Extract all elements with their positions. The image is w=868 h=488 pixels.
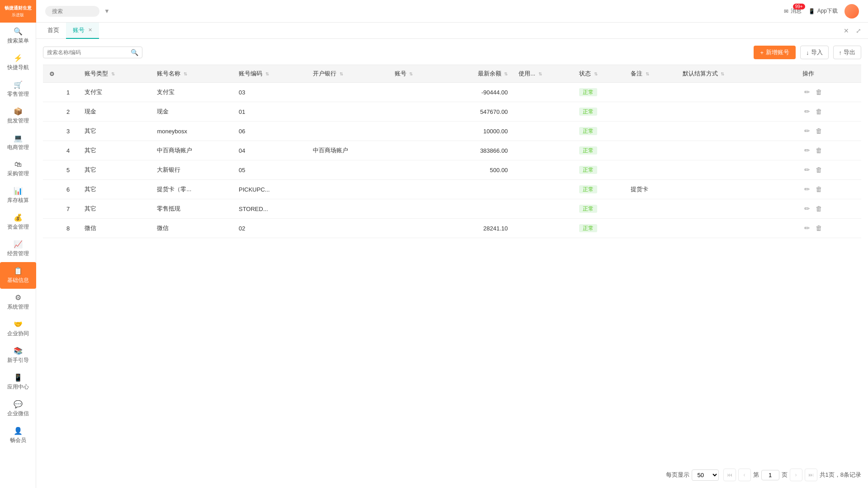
sidebar-item-shortcut[interactable]: ⚡ 快捷导航	[0, 49, 36, 76]
sidebar-item-search[interactable]: 🔍 搜索菜单	[0, 23, 36, 49]
user-avatar[interactable]	[844, 4, 859, 19]
row-payment	[677, 83, 797, 102]
sidebar-item-inventory[interactable]: 📊 库存核算	[0, 182, 36, 209]
sidebar-item-appcenter[interactable]: 📱 应用中心	[0, 369, 36, 395]
status-column-header[interactable]: 状态 ⇅	[574, 65, 625, 83]
sidebar-item-enterprise[interactable]: 🤝 企业协同	[0, 315, 36, 342]
row-type: 微信	[79, 219, 151, 238]
edit-button[interactable]: ✏	[802, 184, 812, 194]
row-remark	[625, 199, 677, 219]
delete-button[interactable]: 🗑	[814, 87, 824, 97]
row-type: 其它	[79, 122, 151, 141]
delete-button[interactable]: 🗑	[814, 126, 824, 136]
delete-button[interactable]: 🗑	[814, 204, 824, 213]
page-number-input[interactable]	[761, 470, 779, 480]
import-button[interactable]: ↓ 导入	[800, 46, 829, 59]
code-column-header[interactable]: 账号编码 ⇅	[233, 65, 307, 83]
tab-home[interactable]: 首页	[41, 23, 66, 39]
tab-account[interactable]: 账号 ✕	[66, 23, 99, 39]
tab-close-icon[interactable]: ✕	[88, 27, 92, 33]
edit-button[interactable]: ✏	[802, 204, 812, 214]
message-badge: 99+	[793, 4, 805, 9]
next-page-button[interactable]: ›	[790, 469, 802, 481]
sidebar-item-basic[interactable]: 📋 基础信息	[0, 262, 36, 289]
per-page-select[interactable]: 50 100 200	[692, 469, 719, 481]
last-page-button[interactable]: ⏭	[805, 469, 817, 481]
export-button[interactable]: ↑ 导出	[833, 46, 862, 59]
row-bank	[307, 180, 389, 199]
row-account-no	[389, 199, 441, 219]
row-remark	[625, 83, 677, 102]
delete-button[interactable]: 🗑	[814, 184, 824, 194]
bank-column-header[interactable]: 开户银行 ⇅	[307, 65, 389, 83]
delete-button[interactable]: 🗑	[814, 145, 824, 155]
row-settings-cell	[43, 219, 61, 238]
first-page-button[interactable]: ⏮	[723, 469, 736, 481]
sidebar-item-operations[interactable]: 📈 经营管理	[0, 235, 36, 262]
toolbar-right: + 新增账号 ↓ 导入 ↑ 导出	[754, 46, 861, 59]
tab-maximize-button[interactable]: ⤢	[854, 26, 863, 36]
sidebar-item-label: 基础信息	[7, 277, 29, 284]
remark-column-header[interactable]: 备注 ⇅	[625, 65, 677, 83]
topbar-search-input[interactable]	[45, 6, 99, 17]
messages-button[interactable]: ✉ 消息 99+	[784, 7, 802, 15]
row-index: 5	[61, 160, 79, 180]
add-account-button[interactable]: + 新增账号	[754, 46, 796, 59]
topbar: ▼ ✉ 消息 99+ 📱 App下载	[36, 0, 868, 23]
row-balance	[441, 180, 513, 199]
account-search-input[interactable]	[47, 49, 128, 56]
status-sort-icon: ⇅	[594, 71, 598, 76]
row-code: 01	[233, 102, 307, 122]
tab-close-button[interactable]: ✕	[841, 26, 851, 36]
delete-button[interactable]: 🗑	[814, 107, 824, 116]
prev-page-button[interactable]: ‹	[738, 469, 751, 481]
edit-button[interactable]: ✏	[802, 165, 812, 175]
delete-button[interactable]: 🗑	[814, 165, 824, 174]
sidebar-item-wechat[interactable]: 💬 企业微信	[0, 395, 36, 422]
balance-column-header[interactable]: 最新余额 ⇅	[441, 65, 513, 83]
sidebar-item-purchase[interactable]: 🛍 采购管理	[0, 156, 36, 182]
row-type: 现金	[79, 102, 151, 122]
account-no-column-header[interactable]: 账号 ⇅	[389, 65, 441, 83]
shortcut-icon: ⚡	[14, 54, 23, 62]
row-account-no	[389, 122, 441, 141]
sidebar-item-guide[interactable]: 📚 新手引导	[0, 342, 36, 369]
row-code: 05	[233, 160, 307, 180]
row-account-no	[389, 160, 441, 180]
edit-button[interactable]: ✏	[802, 126, 812, 136]
name-sort-icon: ⇅	[184, 71, 187, 76]
usage-column-header[interactable]: 使用... ⇅	[513, 65, 574, 83]
row-account-no	[389, 83, 441, 102]
settings-column-header[interactable]: ⚙	[43, 65, 61, 83]
account-no-sort-icon: ⇅	[409, 71, 413, 76]
edit-button[interactable]: ✏	[802, 107, 812, 117]
row-actions: ✏ 🗑	[797, 122, 861, 141]
row-payment	[677, 199, 797, 219]
delete-button[interactable]: 🗑	[814, 223, 824, 233]
name-column-header[interactable]: 账号名称 ⇅	[151, 65, 233, 83]
row-settings-cell	[43, 83, 61, 102]
edit-button[interactable]: ✏	[802, 87, 812, 97]
row-payment	[677, 122, 797, 141]
row-type: 支付宝	[79, 83, 151, 102]
sidebar-item-label: 新手引导	[7, 357, 29, 364]
row-actions: ✏ 🗑	[797, 160, 861, 180]
edit-button[interactable]: ✏	[802, 223, 812, 233]
row-balance: 547670.00	[441, 102, 513, 122]
sidebar-item-finance[interactable]: 💰 资金管理	[0, 209, 36, 235]
sidebar-item-system[interactable]: ⚙ 系统管理	[0, 289, 36, 315]
sidebar-item-ecommerce[interactable]: 💻 电商管理	[0, 129, 36, 156]
payment-column-header[interactable]: 默认结算方式 ⇅	[677, 65, 797, 83]
edit-button[interactable]: ✏	[802, 145, 812, 155]
row-account-no	[389, 219, 441, 238]
pagination-nav: ⏮ ‹ 第 页 › ⏭ 共1页，8条记录	[723, 469, 861, 481]
row-index: 4	[61, 141, 79, 160]
sidebar-item-wholesale[interactable]: 📦 批发管理	[0, 103, 36, 129]
topbar-dropdown-icon[interactable]: ▼	[104, 8, 110, 14]
search-box[interactable]: 🔍	[43, 47, 142, 58]
sidebar-item-member[interactable]: 👤 畅会员	[0, 422, 36, 449]
type-column-header[interactable]: 账号类型 ⇅	[79, 65, 151, 83]
table-row: 8 微信 微信 02 28241.10 正常 ✏ 🗑	[43, 219, 861, 238]
app-download-button[interactable]: 📱 App下载	[808, 7, 838, 15]
sidebar-item-retail[interactable]: 🛒 零售管理	[0, 76, 36, 103]
